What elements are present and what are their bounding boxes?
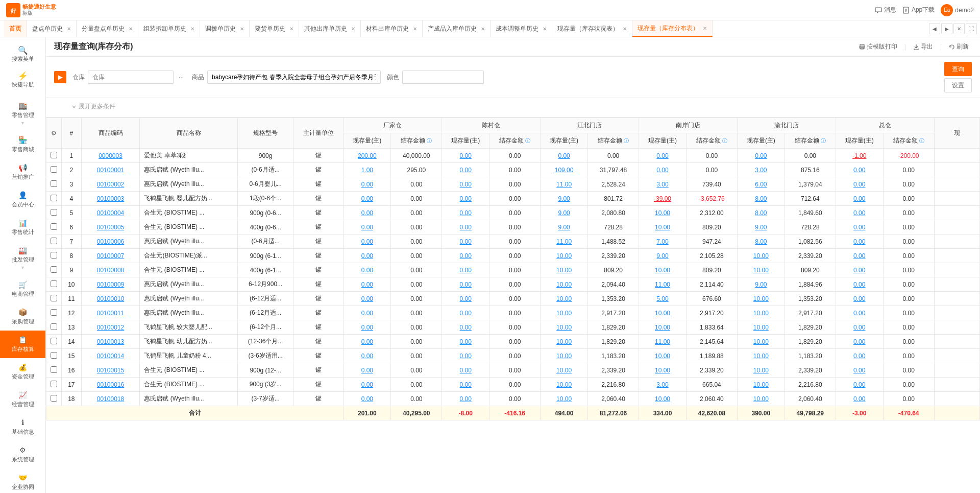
f-stock-link[interactable]: 0.00 <box>361 395 373 403</box>
yb-stock-link[interactable]: 8.00 <box>755 195 767 202</box>
tab-stock-dist[interactable]: 现存量（库存分布表） ✕ <box>632 20 713 37</box>
c-stock-link[interactable]: 0.00 <box>460 381 472 388</box>
t-stock-link[interactable]: 0.00 <box>853 167 865 174</box>
t-stock-link[interactable]: 0.00 <box>853 353 865 360</box>
td-checkbox[interactable] <box>46 363 62 378</box>
code-link[interactable]: 00100010 <box>97 295 124 302</box>
t-stock-link[interactable]: 0.00 <box>853 338 865 345</box>
row-checkbox[interactable] <box>51 152 57 158</box>
code-link[interactable]: 00100016 <box>97 381 124 388</box>
t-stock-link[interactable]: 0.00 <box>853 295 865 302</box>
code-link[interactable]: 00100012 <box>97 324 124 331</box>
gear-icon[interactable]: ⚙ <box>51 130 57 137</box>
yb-stock-link[interactable]: 9.00 <box>755 224 767 231</box>
f-stock-link[interactable]: 0.00 <box>361 238 373 245</box>
row-checkbox[interactable] <box>51 223 57 230</box>
code-link[interactable]: 00100004 <box>97 209 124 217</box>
jb-stock-link[interactable]: 109.00 <box>555 167 574 174</box>
f-stock-link[interactable]: 0.00 <box>361 209 373 217</box>
color-input[interactable] <box>402 71 484 84</box>
jb-stock-link[interactable]: 11.00 <box>556 181 572 188</box>
na-stock-link[interactable]: 11.00 <box>655 338 670 345</box>
c-stock-link[interactable]: 0.00 <box>460 224 472 231</box>
yb-stock-link[interactable]: 10.00 <box>753 324 769 331</box>
yb-stock-link[interactable]: 10.00 <box>753 381 769 388</box>
na-stock-link[interactable]: 5.00 <box>656 295 668 302</box>
td-checkbox[interactable] <box>46 177 62 192</box>
search-btn[interactable]: 查询 <box>944 62 972 76</box>
yb-stock-link[interactable]: 10.00 <box>753 267 769 274</box>
f-stock-link[interactable]: 0.00 <box>361 353 373 360</box>
jb-stock-link[interactable]: 10.00 <box>556 324 572 331</box>
sidebar-item-member[interactable]: 👤 会员中心 <box>0 186 45 214</box>
td-checkbox[interactable] <box>46 320 62 335</box>
yb-stock-link[interactable]: 10.00 <box>753 338 769 345</box>
tab-other-out[interactable]: 其他出库单历史 ✕ <box>299 20 361 37</box>
jb-stock-link[interactable]: 10.00 <box>556 252 572 260</box>
row-checkbox[interactable] <box>51 295 57 301</box>
tab-product-in[interactable]: 产成品入库单历史 ✕ <box>423 20 491 37</box>
jb-stock-link[interactable]: 0.00 <box>558 152 570 159</box>
td-checkbox[interactable] <box>46 306 62 320</box>
na-stock-link[interactable]: 9.00 <box>656 252 668 260</box>
yb-stock-link[interactable]: 8.00 <box>755 238 767 245</box>
c-stock-link[interactable]: 0.00 <box>460 152 472 159</box>
t-stock-link[interactable]: 0.00 <box>853 395 865 403</box>
f-stock-link[interactable]: 0.00 <box>361 181 373 188</box>
f-stock-link[interactable]: 0.00 <box>361 267 373 274</box>
yb-stock-link[interactable]: 10.00 <box>753 252 769 260</box>
td-checkbox[interactable] <box>46 335 62 349</box>
code-link[interactable]: 00100013 <box>97 338 124 345</box>
jb-stock-link[interactable]: 10.00 <box>556 353 572 360</box>
td-checkbox[interactable] <box>46 192 62 206</box>
na-stock-link[interactable]: 10.00 <box>655 267 670 274</box>
f-stock-link[interactable]: 0.00 <box>361 381 373 388</box>
f-stock-link[interactable]: 200.00 <box>358 152 377 159</box>
code-link[interactable]: 00100018 <box>97 395 124 403</box>
export-btn[interactable]: 导出 <box>910 41 936 52</box>
td-checkbox[interactable] <box>46 206 62 220</box>
jb-stock-link[interactable]: 11.00 <box>556 238 572 245</box>
c-stock-link[interactable]: 0.00 <box>460 281 472 288</box>
na-stock-link[interactable]: 10.00 <box>655 224 670 231</box>
row-checkbox[interactable] <box>51 338 57 344</box>
code-link[interactable]: 0000003 <box>99 152 122 159</box>
sidebar-item-business[interactable]: 📈 经营管理 <box>0 386 45 413</box>
jb-stock-link[interactable]: 10.00 <box>556 381 572 388</box>
tab-close-all-btn[interactable]: ✕ <box>953 23 965 34</box>
code-link[interactable]: 00100011 <box>97 310 124 317</box>
tab-close-icon[interactable]: ✕ <box>543 26 547 32</box>
code-link[interactable]: 00100002 <box>97 181 124 188</box>
td-checkbox[interactable] <box>46 220 62 234</box>
c-stock-link[interactable]: 0.00 <box>460 324 472 331</box>
t-stock-link[interactable]: 0.00 <box>853 195 865 202</box>
row-checkbox[interactable] <box>51 323 57 330</box>
na-stock-link[interactable]: 3.00 <box>656 381 668 388</box>
td-checkbox[interactable] <box>46 149 62 163</box>
user-area[interactable]: Ea demo2 <box>941 4 974 16</box>
download-btn[interactable]: App下载 <box>902 6 935 14</box>
c-stock-link[interactable]: 0.00 <box>460 310 472 317</box>
table-wrapper[interactable]: ⚙ # 商品编码 商品名称 规格型号 主计量单位 厂家仓 陈村仓 江北门店 南岸… <box>46 118 980 493</box>
tab-close-icon[interactable]: ✕ <box>289 26 293 32</box>
tab-stock-status[interactable]: 现存量（库存状况表） ✕ <box>552 20 632 37</box>
jb-stock-link[interactable]: 10.00 <box>556 281 572 288</box>
f-stock-link[interactable]: 0.00 <box>361 324 373 331</box>
na-stock-link[interactable]: 10.00 <box>655 395 670 403</box>
warehouse-dots-btn[interactable]: ··· <box>177 73 186 82</box>
sidebar-item-inventory[interactable]: 📋 库存核算 <box>0 331 45 358</box>
td-checkbox[interactable] <box>46 392 62 406</box>
tab-close-icon[interactable]: ✕ <box>623 26 627 32</box>
jb-stock-link[interactable]: 9.00 <box>558 209 570 217</box>
sidebar-item-ecommerce[interactable]: 🛒 电商管理 <box>0 275 45 303</box>
code-link[interactable]: 00100005 <box>97 224 124 231</box>
na-stock-link[interactable]: -39.00 <box>654 195 671 202</box>
tab-close-icon[interactable]: ✕ <box>240 26 244 32</box>
f-stock-link[interactable]: 0.00 <box>361 224 373 231</box>
c-stock-link[interactable]: 0.00 <box>460 209 472 217</box>
f-stock-link[interactable]: 1.00 <box>361 167 373 174</box>
code-link[interactable]: 00100006 <box>97 238 124 245</box>
f-stock-link[interactable]: 0.00 <box>361 195 373 202</box>
sidebar-item-collab[interactable]: 🤝 企业协同 <box>0 468 45 493</box>
sidebar-search[interactable]: 🔍 搜索英单 <box>0 41 45 67</box>
